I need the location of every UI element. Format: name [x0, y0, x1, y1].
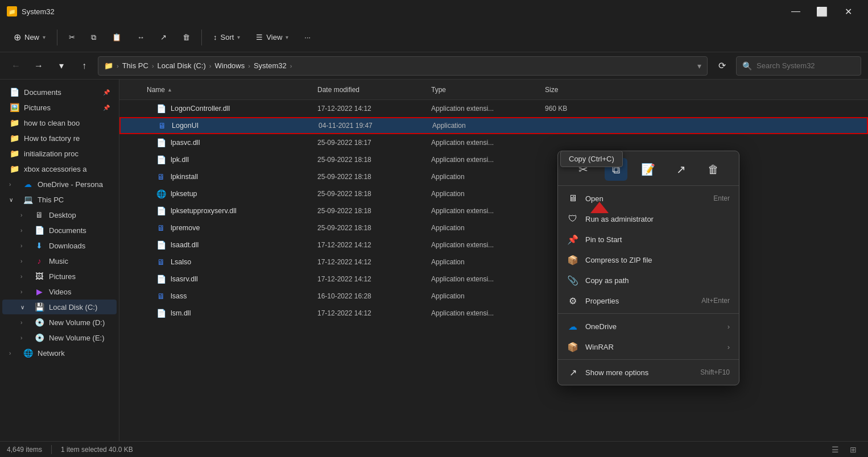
view-controls: ☰ ⊞	[827, 443, 861, 456]
sort-button[interactable]: ↕ Sort ▾	[206, 27, 247, 48]
sidebar-item-downloads[interactable]: › ⬇ Downloads	[2, 238, 117, 253]
ctx-rename-button[interactable]: 📝	[637, 158, 660, 181]
sidebar-item-desktop[interactable]: › 🖥 Desktop	[2, 207, 117, 222]
dropdown-button[interactable]: ▾	[52, 57, 71, 75]
folder-icon-3: 📁	[9, 149, 19, 158]
network-icon: 🌐	[23, 348, 33, 358]
list-view-button[interactable]: ☰	[827, 443, 843, 456]
file-row[interactable]: 🌐lpksetup 25-09-2022 18:18 Application	[119, 185, 868, 202]
back-button[interactable]: ←	[7, 57, 25, 75]
sidebar-item-initialization[interactable]: 📁 initialization proc	[2, 146, 117, 161]
sidebar-item-onedrive[interactable]: › ☁ OneDrive - Persona	[2, 177, 117, 192]
file-row[interactable]: 📄lpksetupproxyserv.dll 25-09-2022 18:18 …	[119, 202, 868, 219]
col-header-size[interactable]: Size	[540, 86, 868, 94]
sidebar-item-this-pc[interactable]: ∨ 💻 This PC	[2, 192, 117, 207]
sidebar-item-how-factory[interactable]: 📁 How to factory re	[2, 131, 117, 146]
downloads-icon: ⬇	[34, 241, 44, 250]
paste-button[interactable]: 📋	[105, 27, 128, 48]
share-icon: ↗	[160, 33, 167, 41]
file-list: 📄LogonController.dll 17-12-2022 14:12 Ap…	[119, 100, 868, 441]
col-header-type[interactable]: Type	[427, 86, 540, 94]
context-menu: ✂ ⧉ 📝 ↗ 🗑 🖥 Open Enter 🛡 Run as administ…	[557, 151, 739, 385]
ctx-separator-2	[558, 359, 739, 360]
cut-button[interactable]: ✂	[62, 27, 82, 48]
shield-icon: 🛡	[567, 213, 578, 225]
search-input[interactable]	[757, 61, 855, 70]
pc-icon: 💻	[23, 195, 33, 204]
breadcrumb-bar[interactable]: 📁 › This PC › Local Disk (C:) › Windows …	[98, 56, 708, 76]
grid-view-button[interactable]: ⊞	[845, 443, 861, 456]
file-row[interactable]: 📄lsasrv.dll 17-12-2022 14:12 Application…	[119, 271, 868, 288]
breadcrumb-windows[interactable]: Windows	[215, 61, 245, 70]
ctx-copy-path-item[interactable]: 📎 Copy as path	[558, 270, 739, 290]
sort-icon: ↕	[213, 33, 217, 41]
sidebar-item-local-disk[interactable]: ∨ 💾 Local Disk (C:)	[2, 300, 117, 314]
file-row[interactable]: 📄lsm.dll 17-12-2022 14:12 Application ex…	[119, 305, 868, 322]
sidebar: 📄 Documents 📌 🖼️ Pictures 📌 📁 how to cle…	[0, 80, 119, 441]
docs-icon: 📄	[34, 226, 44, 235]
refresh-button[interactable]: ⟳	[712, 56, 731, 76]
ctx-onedrive-item[interactable]: ☁ OneDrive ›	[558, 316, 739, 336]
sidebar-item-how-clean[interactable]: 📁 how to clean boo	[2, 115, 117, 130]
sidebar-item-new-volume-d[interactable]: › 💿 New Volume (D:)	[2, 315, 117, 330]
ctx-winrar-item[interactable]: 📦 WinRAR ›	[558, 336, 739, 357]
breadcrumb-system32[interactable]: System32	[254, 61, 287, 70]
view-button[interactable]: ☰ View ▾	[249, 27, 295, 48]
paste-icon: 📋	[112, 33, 121, 41]
sidebar-item-documents[interactable]: 📄 Documents 📌	[2, 85, 117, 99]
forward-button[interactable]: →	[30, 57, 48, 75]
desktop-icon: 🖥	[34, 210, 44, 219]
sidebar-item-new-volume-e[interactable]: › 💿 New Volume (E:)	[2, 330, 117, 345]
sidebar-item-documents-pc[interactable]: › 📄 Documents	[2, 223, 117, 238]
file-row[interactable]: 🖥lsass 16-10-2022 16:28 Application	[119, 288, 868, 305]
close-button[interactable]: ✕	[835, 0, 861, 23]
copy-icon: ⧉	[91, 33, 96, 42]
ctx-pin-start-item[interactable]: 📌 Pin to Start	[558, 229, 739, 250]
new-icon: ⊕	[14, 32, 21, 43]
minimize-button[interactable]: —	[783, 0, 809, 23]
sidebar-item-pictures[interactable]: 🖼️ Pictures 📌	[2, 100, 117, 115]
ctx-compress-item[interactable]: 📦 Compress to ZIP file	[558, 250, 739, 270]
sidebar-item-videos[interactable]: › ▶ Videos	[2, 284, 117, 299]
breadcrumb-this-pc[interactable]: This PC	[122, 61, 148, 70]
sidebar-item-music[interactable]: › ♪ Music	[2, 254, 117, 268]
window-title: System32	[22, 7, 55, 16]
col-header-date[interactable]: Date modified	[313, 86, 427, 94]
ctx-delete-button[interactable]: 🗑	[702, 158, 725, 181]
file-row-selected[interactable]: 🖥LogonUI 04-11-2021 19:47 Application	[119, 117, 868, 134]
sidebar-item-network[interactable]: › 🌐 Network	[2, 346, 117, 360]
disk-d-icon: 💿	[34, 318, 44, 327]
folder-icon-1: 📁	[9, 118, 19, 127]
file-row[interactable]: 🖥lpkinstall 25-09-2022 18:18 Application	[119, 168, 868, 185]
file-icon-logonui: 🖥	[157, 121, 167, 131]
file-row[interactable]: 📄lpasvc.dll 25-09-2022 18:17 Application…	[119, 134, 868, 151]
file-row[interactable]: 📄lsaadt.dll 17-12-2022 14:12 Application…	[119, 236, 868, 254]
share-button[interactable]: ↗	[154, 27, 173, 48]
delete-button[interactable]: 🗑	[176, 27, 197, 48]
file-row[interactable]: 🖥lpremove 25-09-2022 18:18 Application	[119, 219, 868, 236]
sidebar-item-pictures-pc[interactable]: › 🖼 Pictures	[2, 269, 117, 284]
col-header-name[interactable]: Name ▲	[119, 86, 313, 94]
onedrive-arrow-icon: ›	[728, 322, 730, 331]
ctx-share-button[interactable]: ↗	[669, 158, 692, 181]
sidebar-item-xbox[interactable]: 📁 xbox accessories a	[2, 161, 117, 176]
file-row[interactable]: 📄lpk.dll 25-09-2022 18:18 Application ex…	[119, 151, 868, 168]
onedrive-icon: ☁	[23, 180, 33, 189]
maximize-button[interactable]: ⬜	[809, 0, 835, 23]
rename-button[interactable]: ↔	[130, 27, 151, 48]
copy-button[interactable]: ⧉	[84, 27, 103, 48]
more-button[interactable]: ···	[297, 27, 317, 48]
ctx-more-options-item[interactable]: ↗ Show more options Shift+F10	[558, 362, 739, 383]
file-row[interactable]: 📄LogonController.dll 17-12-2022 14:12 Ap…	[119, 100, 868, 117]
ctx-run-admin-item[interactable]: 🛡 Run as administrator	[558, 209, 739, 229]
up-button[interactable]: ↑	[75, 57, 93, 75]
breadcrumb-dropdown-button[interactable]: ▾	[697, 61, 701, 70]
new-button[interactable]: ⊕ New ▾	[7, 27, 52, 48]
document-icon: 📄	[9, 88, 19, 97]
copy-tooltip: Copy (Ctrl+C)	[560, 151, 623, 167]
file-row[interactable]: 🖥Lsalso 17-12-2022 14:12 Application	[119, 254, 868, 271]
file-icon: 🌐	[156, 189, 166, 199]
ctx-open-item[interactable]: 🖥 Open Enter	[558, 188, 739, 209]
breadcrumb-local-disk[interactable]: Local Disk (C:)	[158, 61, 206, 70]
ctx-properties-item[interactable]: ⚙ Properties Alt+Enter	[558, 290, 739, 311]
